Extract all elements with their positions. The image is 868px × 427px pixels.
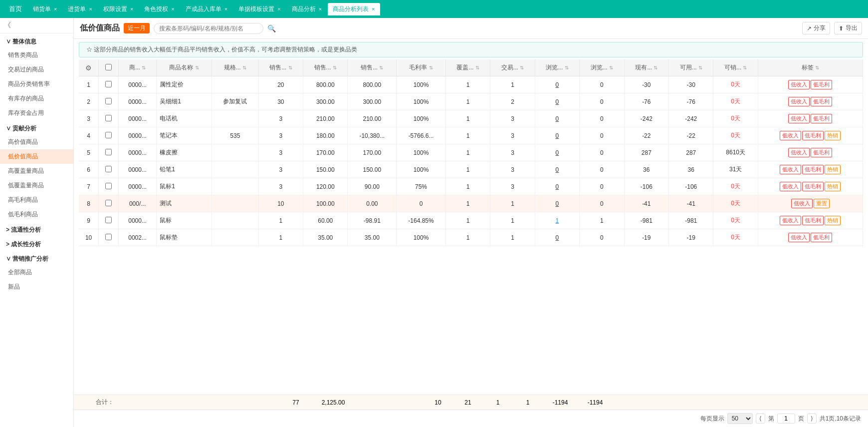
nav-permissions[interactable]: 权限设置 × bbox=[98, 3, 138, 15]
select-all-checkbox[interactable] bbox=[105, 64, 112, 70]
nav-product-analysis[interactable]: 商品分析 × bbox=[287, 3, 327, 15]
current-page-input[interactable] bbox=[777, 414, 795, 424]
row-browse1: 0 bbox=[535, 76, 579, 93]
row-trade: 3 bbox=[490, 144, 535, 161]
th-sales3[interactable]: 销售... ⇅ bbox=[348, 59, 397, 76]
sidebar-item-low-margin[interactable]: 低毛利商品 bbox=[0, 207, 73, 222]
th-coverage[interactable]: 覆盖... ⇅ bbox=[445, 59, 490, 76]
row-code: 0000... bbox=[119, 178, 157, 195]
sidebar-item-stock-capital[interactable]: 库存资金占用 bbox=[0, 106, 73, 120]
row-coverage: 1 bbox=[445, 195, 490, 212]
row-checkbox[interactable] bbox=[105, 115, 112, 121]
row-checkbox[interactable] bbox=[105, 200, 112, 206]
sidebar-item-low-coverage[interactable]: 低覆盖量商品 bbox=[0, 178, 73, 193]
share-button[interactable]: ↗ 分享 bbox=[802, 22, 830, 34]
th-code[interactable]: 商... ⇅ bbox=[119, 59, 157, 76]
row-code: 0000... bbox=[119, 110, 157, 127]
row-checkbox[interactable] bbox=[105, 81, 112, 87]
close-template-settings[interactable]: × bbox=[277, 6, 280, 12]
row-name: 鼠标1 bbox=[157, 178, 212, 195]
row-checkbox[interactable] bbox=[105, 149, 112, 155]
row-browse2: 1 bbox=[580, 212, 624, 229]
close-role-auth[interactable]: × bbox=[171, 6, 174, 12]
sidebar-item-stocked-products[interactable]: 有库存的商品 bbox=[0, 91, 73, 106]
row-coverage: 1 bbox=[445, 127, 490, 144]
sidebar-group-marketing[interactable]: ∨ 营销推广分析 bbox=[0, 251, 73, 265]
th-stock2[interactable]: 可用... ⇅ bbox=[669, 59, 713, 76]
table-row: 1 0000... 属性定价 20 800.00 800.00 100% 1 1… bbox=[79, 76, 863, 93]
row-trade: 3 bbox=[490, 110, 535, 127]
sidebar-collapse-btn[interactable]: 《 bbox=[4, 21, 11, 30]
row-checkbox[interactable] bbox=[105, 183, 112, 189]
sidebar-item-high-coverage[interactable]: 高覆盖量商品 bbox=[0, 164, 73, 178]
export-button[interactable]: ⬆ 导出 bbox=[834, 22, 862, 34]
row-checkbox[interactable] bbox=[105, 166, 112, 172]
close-permissions[interactable]: × bbox=[130, 6, 133, 12]
sidebar-item-new-products[interactable]: 新品 bbox=[0, 280, 73, 294]
sidebar-item-low-value[interactable]: 低价值商品 bbox=[0, 149, 73, 164]
product-tag: 热销 bbox=[825, 182, 841, 191]
filter-tag-btn[interactable]: 近一月 bbox=[124, 23, 150, 33]
th-stock3[interactable]: 可销... ⇅ bbox=[713, 59, 758, 76]
sidebar-group-circulation[interactable]: > 流通性分析 bbox=[0, 222, 73, 236]
total-browse2: 1 bbox=[513, 399, 543, 406]
sidebar-item-category-sales[interactable]: 商品分类销售率 bbox=[0, 77, 73, 91]
close-purchase-order[interactable]: × bbox=[89, 6, 92, 12]
per-page-select[interactable]: 50 20 100 bbox=[727, 413, 753, 424]
sidebar-group-contribution[interactable]: ∨ 贡献分析 bbox=[0, 120, 73, 135]
nav-product-analysis-list[interactable]: 商品分析列表 × bbox=[328, 3, 380, 15]
th-checkbox[interactable] bbox=[99, 59, 119, 76]
th-spec[interactable]: 规格... ⇅ bbox=[212, 59, 259, 76]
close-product-inbound[interactable]: × bbox=[224, 6, 227, 12]
nav-sales-order[interactable]: 销货单 × bbox=[28, 3, 62, 15]
close-product-analysis[interactable]: × bbox=[319, 6, 322, 12]
sidebar-group-overall[interactable]: ∨ 整体信息 bbox=[0, 33, 73, 48]
search-icon[interactable]: 🔍 bbox=[267, 24, 276, 32]
row-checkbox-cell bbox=[99, 127, 119, 144]
nav-role-auth[interactable]: 角色授权 × bbox=[139, 3, 179, 15]
th-sales2[interactable]: 销售... ⇅ bbox=[303, 59, 348, 76]
th-margin[interactable]: 毛利率 ⇅ bbox=[397, 59, 446, 76]
close-sales-order[interactable]: × bbox=[54, 6, 57, 12]
sidebar-item-all-products[interactable]: 全部商品 bbox=[0, 265, 73, 280]
row-margin: -164.85% bbox=[397, 212, 446, 229]
close-product-analysis-list[interactable]: × bbox=[372, 6, 375, 12]
row-checkbox[interactable] bbox=[105, 132, 112, 138]
sidebar-group-growth[interactable]: > 成长性分析 bbox=[0, 236, 73, 251]
th-stock1[interactable]: 现有... ⇅ bbox=[624, 59, 668, 76]
sidebar-item-high-value[interactable]: 高价值商品 bbox=[0, 135, 73, 149]
th-trade[interactable]: 交易... ⇅ bbox=[490, 59, 535, 76]
th-settings[interactable]: ⚙ bbox=[79, 59, 99, 76]
sidebar-item-high-margin[interactable]: 高毛利商品 bbox=[0, 193, 73, 207]
browse-value: 0 bbox=[556, 98, 559, 105]
th-browse2[interactable]: 浏览... ⇅ bbox=[580, 59, 624, 76]
nav-purchase-order[interactable]: 进货单 × bbox=[63, 3, 97, 15]
row-s1: 1 bbox=[258, 229, 303, 246]
nav-product-inbound[interactable]: 产成品入库单 × bbox=[181, 3, 232, 15]
row-checkbox[interactable] bbox=[105, 234, 112, 240]
row-code: 0000... bbox=[119, 93, 157, 110]
next-page-btn[interactable]: ⟩ bbox=[807, 414, 817, 424]
th-name[interactable]: 商品名称 ⇅ bbox=[157, 59, 212, 76]
row-stock2: -106 bbox=[669, 178, 713, 195]
th-sales1[interactable]: 销售... ⇅ bbox=[258, 59, 303, 76]
row-name: 测试 bbox=[157, 195, 212, 212]
row-checkbox[interactable] bbox=[105, 217, 112, 223]
first-page-btn[interactable]: ⟨ bbox=[756, 414, 765, 424]
th-tags[interactable]: 标签 ⇅ bbox=[758, 59, 863, 76]
browse-value: 0 bbox=[556, 234, 559, 241]
row-spec: 参加复试 bbox=[212, 93, 259, 110]
row-trade: 3 bbox=[490, 127, 535, 144]
browse-link[interactable]: 1 bbox=[556, 217, 559, 224]
nav-home[interactable]: 首页 bbox=[4, 2, 27, 15]
row-margin: 75% bbox=[397, 178, 446, 195]
row-trade: 2 bbox=[490, 93, 535, 110]
row-tags: 低收入低毛利 bbox=[758, 229, 863, 246]
row-checkbox[interactable] bbox=[105, 98, 112, 104]
search-input[interactable] bbox=[154, 23, 263, 34]
row-s3: 300.00 bbox=[348, 93, 397, 110]
th-browse1[interactable]: 浏览... ⇅ bbox=[535, 59, 579, 76]
sidebar-item-traded-products[interactable]: 交易过的商品 bbox=[0, 62, 73, 77]
sidebar-item-sales-products[interactable]: 销售类商品 bbox=[0, 48, 73, 62]
nav-template-settings[interactable]: 单据模板设置 × bbox=[233, 3, 285, 15]
